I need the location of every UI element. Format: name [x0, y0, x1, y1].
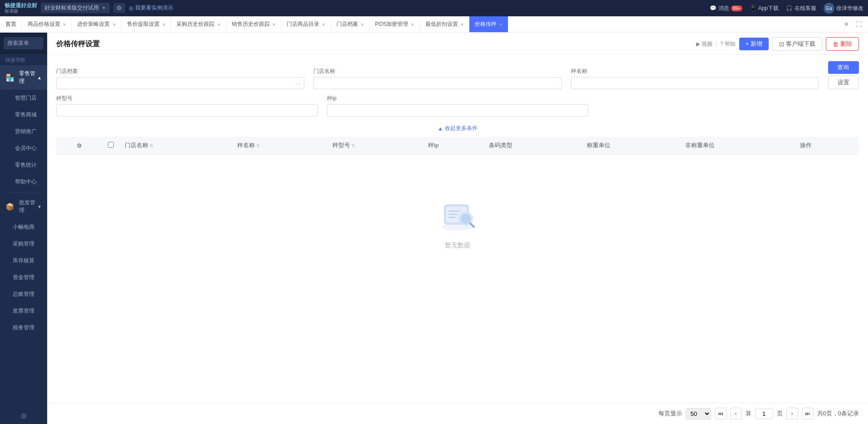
more-icon[interactable]: ··· [296, 80, 301, 87]
tab-min-discount[interactable]: 最低折扣设置 × [420, 16, 469, 32]
first-page-button[interactable]: ⏮ [715, 408, 727, 419]
page-label-before: 算 [746, 410, 751, 418]
sidebar-settings-icon[interactable]: ⚙ [20, 412, 27, 420]
download-button[interactable]: ⊡ 客户端下载 [772, 37, 822, 51]
sidebar-search-area: 搜索菜单 [0, 33, 47, 54]
video-link[interactable]: ▶ 视频 [696, 40, 712, 48]
total-info: 共0页，0条记录 [817, 410, 859, 418]
tab-label: 进价策略设置 [77, 20, 110, 28]
per-page-select[interactable]: 10 20 50 100 [686, 408, 711, 419]
collapse-bar[interactable]: ▲ 收起更多条件 [56, 122, 859, 137]
tab-label: 销售历史价跟踪 [232, 20, 270, 28]
form-row-2: 秤型号 秤ip [56, 95, 859, 116]
pagination-bar: 每页显示 10 20 50 100 ⏮ ‹ 算 页 › ⏭ 共0页，0条记录 [47, 403, 868, 424]
tab-purchase-history[interactable]: 采购历史价跟踪 × [171, 16, 226, 32]
scale-name-input[interactable] [571, 77, 819, 89]
message-button[interactable]: 💬 消息 99+ [710, 5, 742, 12]
demo-link[interactable]: ◎ 我要看实例演示 [129, 4, 173, 12]
sort-scale-name[interactable]: 秤名称 ⇅ [237, 141, 322, 149]
product-selector[interactable]: 好业财标准版交付试用 ▼ [41, 3, 110, 13]
tab-pos-manage[interactable]: POS加密管理 × [370, 16, 420, 32]
th-settings[interactable]: ⚙ [56, 137, 102, 154]
reset-button[interactable]: 设置 [828, 76, 859, 89]
close-icon[interactable]: × [461, 22, 463, 27]
sidebar-item-marketing[interactable]: 营销推广 [0, 123, 47, 140]
close-icon[interactable]: × [273, 22, 275, 27]
tab-store-catalog[interactable]: 门店商品目录 × [281, 16, 331, 32]
scale-ip-label: 秤ip [327, 95, 589, 102]
th-scale-ip: 秤ip [423, 137, 483, 154]
tab-home[interactable]: 首页 [0, 16, 22, 32]
store-name-input[interactable] [313, 77, 561, 89]
sidebar-item-retail-stats[interactable]: 零售统计 [0, 157, 47, 173]
last-page-button[interactable]: ⏭ [802, 408, 814, 419]
sidebar-item-purchase[interactable]: 采购管理 [0, 236, 47, 252]
sidebar-item-finance[interactable]: 资金管理 [0, 269, 47, 286]
delete-button[interactable]: 🗑 删除 [826, 37, 859, 51]
close-icon[interactable]: × [361, 22, 364, 27]
store-profile-label: 门店档案 [56, 67, 304, 75]
sidebar-item-member[interactable]: 会员中心 [0, 140, 47, 157]
prev-page-button[interactable]: ‹ [730, 408, 742, 419]
search-menu-button[interactable]: 搜索菜单 [4, 37, 44, 49]
sidebar-bottom: ⚙ [0, 408, 47, 424]
tab-label: 门店商品目录 [287, 20, 319, 28]
empty-text: 暂无数据 [445, 241, 470, 250]
next-page-button[interactable]: › [786, 408, 798, 419]
sidebar-item-xiao-chang[interactable]: 小畅电商 [0, 219, 47, 236]
settings-icon: ⚙ [77, 142, 82, 149]
sort-scale-model[interactable]: 秤型号 ⇅ [332, 141, 417, 149]
close-icon[interactable]: × [217, 22, 220, 27]
collapse-up-icon: ▲ [438, 125, 443, 132]
select-all-checkbox[interactable] [108, 142, 114, 148]
page-title: 价格传秤设置 [56, 39, 100, 49]
sort-store-name[interactable]: 门店名称 ⇅ [125, 141, 226, 149]
scale-ip-input[interactable] [327, 104, 589, 116]
sidebar-item-tax[interactable]: 税务管理 [0, 319, 47, 336]
tab-sale-price[interactable]: 售价提取设置 × [122, 16, 171, 32]
th-action: 操作 [795, 137, 859, 154]
store-name-label: 门店名称 [313, 67, 561, 75]
th-checkbox [102, 137, 119, 154]
close-icon[interactable]: × [499, 22, 502, 27]
tab-price-scale[interactable]: 价格传秤 × [469, 16, 508, 32]
sidebar-item-inventory[interactable]: 库存核算 [0, 252, 47, 269]
online-service-button[interactable]: 🎧 在线客服 [786, 5, 816, 12]
tab-store-profile[interactable]: 门店档案 × [331, 16, 370, 32]
user-menu-button[interactable]: Ea 徐泽华修改 [824, 3, 863, 14]
close-all-button[interactable]: ✕ [841, 19, 852, 30]
close-icon[interactable]: × [162, 22, 165, 27]
close-icon[interactable]: × [411, 22, 414, 27]
help-link[interactable]: ? 帮助 [720, 40, 736, 48]
search-button[interactable]: 查询 [828, 61, 859, 74]
tab-label: 采购历史价跟踪 [176, 20, 215, 28]
sidebar-item-wholesale[interactable]: 📦 批发管理 ▼ [0, 194, 47, 219]
app-download-button[interactable]: 📱 App下载 [750, 5, 779, 12]
per-page-label: 每页显示 [658, 410, 682, 418]
close-icon[interactable]: × [112, 22, 115, 27]
chevron-up-icon: ▲ [37, 75, 42, 80]
store-profile-input[interactable] [56, 77, 304, 89]
divider [716, 41, 717, 47]
sidebar-item-smart-store[interactable]: 智慧门店 [0, 90, 47, 106]
circle-icon: ◎ [129, 5, 133, 11]
tab-sale-history[interactable]: 销售历史价跟踪 × [226, 16, 281, 32]
th-store-name: 门店名称 ⇅ [119, 137, 232, 154]
add-button[interactable]: + 新增 [739, 38, 769, 50]
header-left: 畅捷通好业财 标准版 好业财标准版交付试用 ▼ ⚙ ◎ 我要看实例演示 [5, 2, 173, 14]
sidebar-item-retail-mall[interactable]: 零售商城 [0, 106, 47, 123]
page-input[interactable] [755, 409, 773, 419]
scale-model-input[interactable] [56, 104, 318, 116]
sidebar-item-general-ledger[interactable]: 总账管理 [0, 286, 47, 303]
close-icon[interactable]: × [322, 22, 325, 27]
tab-purchase-strategy[interactable]: 进价策略设置 × [72, 16, 121, 32]
table-wrapper: ⚙ 门店名称 ⇅ 秤名称 [47, 137, 868, 403]
sidebar-item-invoice[interactable]: 发票管理 [0, 303, 47, 319]
close-icon[interactable]: × [63, 22, 66, 27]
tab-product-price[interactable]: 商品价格设置 × [22, 16, 72, 32]
sidebar-item-retail-manage[interactable]: 🏪 零售管理 ▲ [0, 65, 47, 90]
settings-button[interactable]: ⚙ [113, 3, 125, 13]
sidebar-item-help-center[interactable]: 帮助中心 [0, 173, 47, 190]
maximize-button[interactable]: ⛶ [853, 19, 864, 30]
data-table: ⚙ 门店名称 ⇅ 秤名称 [56, 137, 859, 154]
